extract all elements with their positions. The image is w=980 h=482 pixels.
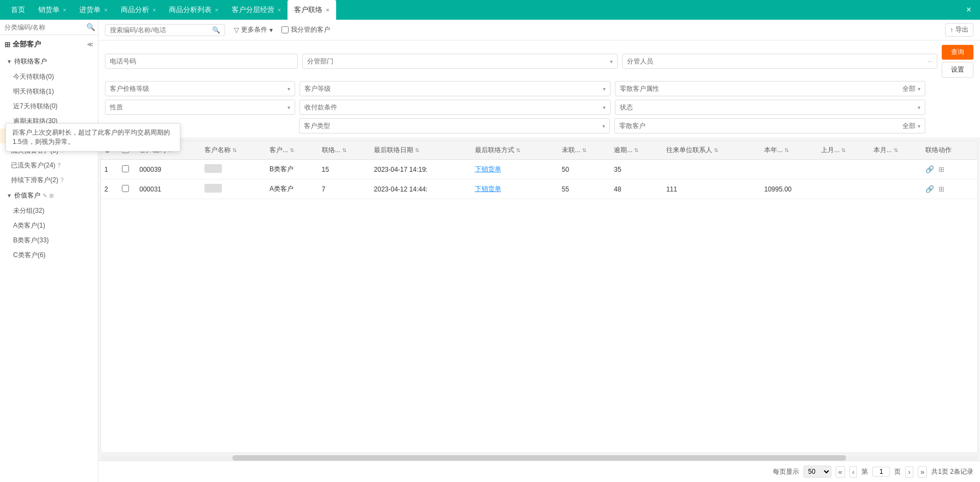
row-this-month — [870, 179, 923, 199]
sidebar-c-class[interactable]: C类客户(6) — [0, 248, 98, 263]
chevron-down-icon-level: ▾ — [603, 86, 606, 92]
nav-purchase[interactable]: 进货单 × — [73, 0, 114, 20]
scatter-attr-filter[interactable]: 零散客户属性 全部 ▾ — [615, 81, 925, 96]
sidebar-tomorrow-pending[interactable]: 明天待联络(1) — [0, 84, 98, 99]
settings-icon[interactable]: ⊞ — [49, 193, 54, 199]
export-button[interactable]: ↑ 导出 — [945, 23, 973, 37]
row-grid-icon-2[interactable]: ⊞ — [938, 185, 944, 193]
row-last-method[interactable]: 下销货单 — [472, 179, 559, 199]
total-records-label: 共1页 2条记录 — [931, 467, 973, 477]
setting-button[interactable]: 设置 — [942, 62, 973, 78]
my-customers-check[interactable] — [281, 26, 289, 33]
col-overdue: 逾期... ⇅ — [611, 141, 663, 160]
sidebar-a-class[interactable]: A类客户(1) — [0, 218, 98, 233]
sidebar-pending-contact-group[interactable]: ▼ 待联络客户 — [0, 54, 98, 69]
content-area: 🔍 ▽ 更多条件 ▾ 我分管的客户 ↑ 导出 电话号码 — [98, 20, 980, 482]
row-last-method[interactable]: 下销货单 — [472, 160, 559, 179]
sidebar-search-input[interactable] — [4, 24, 86, 31]
sort-icon-annual[interactable]: ⇅ — [784, 147, 789, 153]
row-overdue: 48 — [611, 179, 663, 199]
action-buttons: 查询 设置 — [942, 45, 973, 78]
row-type: A类客户 — [266, 179, 319, 199]
sidebar-ungrouped[interactable]: 未分组(32) — [0, 204, 98, 218]
sort-icon-date[interactable]: ⇅ — [415, 147, 419, 153]
sort-icon-name[interactable]: ⇅ — [232, 147, 237, 153]
edit-icon[interactable]: ✎ — [43, 193, 47, 199]
close-product-analysis-tab[interactable]: × — [152, 7, 156, 13]
manager-filter[interactable]: 分管人员 ··· — [622, 54, 937, 69]
name-avatar-2 — [204, 184, 222, 193]
col-last-contact-method: 最后联络方式 ⇅ — [472, 141, 559, 160]
row-contacts — [663, 160, 761, 179]
customer-level-filter[interactable]: 客户等级 ▾ — [300, 81, 610, 96]
next-page-button[interactable]: › — [905, 466, 913, 478]
customer-type-filter[interactable]: 客户类型 ▾ — [299, 118, 610, 133]
search-icon[interactable]: 🔍 — [212, 26, 220, 34]
nature-filter[interactable]: 性质 ▾ — [105, 100, 295, 115]
my-customers-checkbox[interactable]: 我分管的客户 — [281, 25, 330, 34]
ellipsis-icon: ··· — [928, 59, 932, 65]
first-page-button[interactable]: « — [836, 466, 845, 478]
sidebar-today-pending[interactable]: 今天待联络(0) — [0, 69, 98, 84]
per-page-label: 每页显示 — [773, 467, 799, 477]
sort-icon-overdue[interactable]: ⇅ — [634, 147, 638, 153]
row-link-icon[interactable]: 🔗 — [925, 165, 934, 173]
nav-customer-segmentation[interactable]: 客户分层经营 × — [225, 0, 287, 20]
chevron-down-icon-price: ▾ — [287, 86, 290, 92]
window-close-button[interactable]: × — [962, 5, 976, 15]
row-check-1[interactable] — [122, 165, 129, 172]
col-annual: 本年... ⇅ — [761, 141, 818, 160]
chevron-down-icon: ▾ — [269, 26, 273, 34]
status-filter[interactable]: 状态 ▾ — [615, 100, 925, 115]
sort-icon-last-month[interactable]: ⇅ — [841, 147, 846, 153]
sidebar-churned[interactable]: 已流失客户(24) ? — [0, 158, 98, 173]
close-customer-contact-tab[interactable]: × — [326, 7, 329, 13]
sidebar-b-class[interactable]: B类客户(33) — [0, 233, 98, 248]
row-check-2[interactable] — [122, 185, 129, 192]
prev-page-button[interactable]: ‹ — [849, 466, 857, 478]
horizontal-scrollbar[interactable] — [101, 455, 978, 461]
row-link-icon-2[interactable]: 🔗 — [925, 185, 934, 193]
price-level-filter[interactable]: 客户价格等级 ▾ — [105, 81, 295, 96]
more-conditions-button[interactable]: ▽ 更多条件 ▾ — [230, 24, 277, 36]
grid-icon: ⊞ — [4, 40, 10, 49]
search-input[interactable] — [110, 26, 210, 34]
sidebar-search-icon[interactable]: 🔍 — [86, 23, 95, 31]
nav-product-analysis[interactable]: 商品分析 × — [114, 0, 162, 20]
query-button[interactable]: 查询 — [942, 45, 973, 60]
row-checkbox[interactable] — [119, 179, 136, 199]
row-uncontacted: 50 — [559, 160, 611, 179]
scrollbar-thumb[interactable] — [232, 455, 847, 461]
nav-sales[interactable]: 销货单 × — [32, 0, 73, 20]
row-actions: 🔗 ⊞ — [922, 179, 977, 199]
scatter-customer-filter[interactable]: 零散客户 全部 ▾ — [614, 118, 925, 133]
close-product-analysis-list-tab[interactable]: × — [215, 7, 218, 13]
row-grid-icon[interactable]: ⊞ — [938, 165, 944, 173]
payment-filter[interactable]: 收付款条件 ▾ — [300, 100, 610, 115]
phone-filter[interactable]: 电话号码 — [105, 54, 298, 69]
sort-icon-method[interactable]: ⇅ — [516, 147, 520, 153]
sort-icon-contact[interactable]: ⇅ — [342, 147, 347, 153]
close-sales-tab[interactable]: × — [63, 7, 66, 13]
sidebar-value-customer-group[interactable]: ▼ 价值客户 ✎ ⊞ — [0, 188, 98, 204]
row-checkbox[interactable] — [119, 160, 136, 179]
data-table-container: ⚙ 客户编码 ⇅ 客户名称 — [101, 141, 978, 453]
export-icon: ↑ — [950, 26, 953, 34]
row-code: 000031 — [136, 179, 201, 199]
sidebar-declining[interactable]: 持续下滑客户(2) ? — [0, 173, 98, 188]
department-filter[interactable]: 分管部门 ▾ — [302, 54, 618, 69]
sidebar-7days-pending[interactable]: 近7天待联络(0) — [0, 99, 98, 114]
nav-customer-contact[interactable]: 客户联络 × — [287, 0, 336, 20]
sort-icon-this-month[interactable]: ⇅ — [894, 147, 898, 153]
per-page-select[interactable]: 50 20 100 — [803, 466, 831, 478]
sidebar-all-customers[interactable]: ⊞ 全部客户 ≪ — [0, 35, 98, 54]
sort-icon-type[interactable]: ⇅ — [290, 147, 294, 153]
page-number-input[interactable] — [872, 467, 890, 477]
sort-icon-uncontacted[interactable]: ⇅ — [582, 147, 586, 153]
sort-icon-contacts[interactable]: ⇅ — [714, 147, 718, 153]
nav-home[interactable]: 首页 — [4, 0, 32, 20]
close-purchase-tab[interactable]: × — [104, 7, 107, 13]
nav-product-analysis-list[interactable]: 商品分析列表 × — [162, 0, 225, 20]
last-page-button[interactable]: » — [918, 466, 927, 478]
close-customer-segmentation-tab[interactable]: × — [278, 7, 281, 13]
